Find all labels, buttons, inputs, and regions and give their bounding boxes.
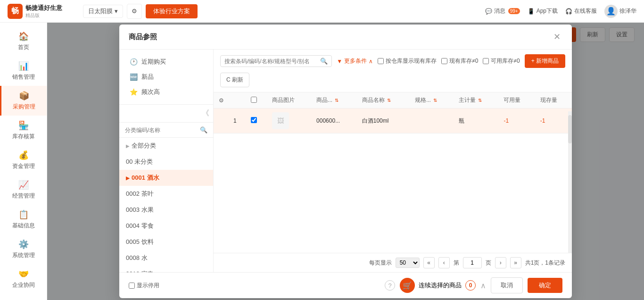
filter-label: 更多条件 [344, 57, 367, 65]
footer-left: 显示停用 [129, 282, 159, 290]
sidebar-item-system[interactable]: ⚙️ 系统管理 [0, 234, 47, 264]
checkbox-available-label: 可用库存≠0 [491, 57, 520, 65]
category-0003[interactable]: 0003 水果 [119, 202, 213, 218]
close-button[interactable]: ✕ [551, 31, 562, 42]
store-select[interactable]: 日太阳膜 ▾ [83, 5, 123, 18]
sidebar-item-enterprise[interactable]: 🤝 企业协同 [0, 264, 47, 294]
th-code[interactable]: 商品... ⇅ [312, 92, 357, 108]
sidebar-label-procurement: 采购管理 [13, 103, 35, 111]
image-placeholder-icon: 🖼 [277, 117, 284, 125]
collapse-panel-button[interactable]: 《 [119, 105, 213, 123]
select-all-checkbox[interactable] [251, 97, 257, 103]
logo-icon: 畅 [8, 4, 23, 19]
category-0001[interactable]: ▶ 0001 酒水 [119, 170, 213, 186]
category-search-area: 🔍 [119, 123, 213, 138]
scrollbar-thumb[interactable] [568, 115, 572, 143]
operations-icon: 📈 [18, 180, 29, 190]
checkbox-stock-input[interactable] [441, 58, 447, 64]
chevron-down-icon: ▾ [115, 8, 118, 15]
page-label: 第 [454, 259, 459, 267]
collapse-footer-button[interactable]: ∧ [480, 281, 486, 290]
main-content: 查询 刷新 设置 商品参照 ✕ 🕐 [47, 23, 644, 300]
category-0004[interactable]: 0004 零食 [119, 218, 213, 234]
sidebar-item-basic-info[interactable]: 📋 基础信息 [0, 205, 47, 234]
top-nav: 畅 畅捷通好生意 精品版 日太阳膜 ▾ ⚙ 体验行业方案 💬 消息 99+ 📱 … [0, 0, 644, 23]
right-panel: 🔍 ▼ 更多条件 ∧ 按仓库显示现有库存 [214, 50, 572, 272]
tab-new-label: 新品 [141, 73, 154, 81]
category-all[interactable]: ▶ 全部分类 [119, 138, 213, 154]
category-0002[interactable]: 0002 茶叶 [119, 186, 213, 202]
checkbox-stock-not-zero[interactable]: 现有库存≠0 [441, 57, 478, 65]
page-size-select[interactable]: 10 20 50 100 [396, 258, 420, 268]
category-0008[interactable]: 0008 水 [119, 250, 213, 266]
app-download-button[interactable]: 📱 App下载 [528, 7, 558, 15]
cell-settings [214, 108, 229, 133]
row-checkbox[interactable] [251, 117, 257, 123]
category-search-icon[interactable]: 🔍 [200, 126, 207, 133]
sidebar-item-guide[interactable]: 📖 新手引导 [0, 294, 47, 300]
tab-new-products[interactable]: 🆕 新品 [125, 69, 207, 84]
sidebar: 🏠 首页 📊 销售管理 📦 采购管理 🏪 库存核算 💰 资金管理 📈 经营管理 … [0, 23, 47, 300]
checkbox-available-not-zero[interactable]: 可用库存≠0 [483, 57, 520, 65]
sidebar-item-home[interactable]: 🏠 首页 [0, 26, 47, 56]
sidebar-item-procurement[interactable]: 📦 采购管理 [0, 86, 47, 116]
th-spec[interactable]: 规格... ⇅ [410, 92, 454, 108]
th-name-label: 商品名称 [362, 97, 385, 103]
tab-recent-purchase[interactable]: 🕐 近期购买 [125, 54, 207, 69]
th-spec-label: 规格... [415, 97, 431, 103]
message-badge: 99+ [508, 8, 520, 14]
th-unit[interactable]: 主计量 ⇅ [454, 92, 499, 108]
table-row[interactable]: 1 🖼 [214, 108, 572, 133]
page-input[interactable] [463, 257, 482, 268]
more-filters-button[interactable]: ▼ 更多条件 ∧ [337, 57, 373, 65]
refresh-product-button[interactable]: C 刷新 [220, 73, 249, 87]
trial-button[interactable]: 体验行业方案 [146, 4, 198, 18]
th-name[interactable]: 商品名称 ⇅ [357, 92, 410, 108]
product-table: ⚙ 商品图片 商品... [214, 92, 572, 133]
category-uncategorized[interactable]: 00 未分类 [119, 154, 213, 170]
total-info: 共1页，1条记录 [525, 259, 565, 267]
checkbox-available-input[interactable] [483, 58, 489, 64]
checkbox-warehouse-stock[interactable]: 按仓库显示现有库存 [378, 57, 437, 65]
category-search-input[interactable] [125, 127, 197, 133]
messages-button[interactable]: 💬 消息 99+ [485, 7, 520, 15]
system-icon: ⚙️ [18, 239, 29, 250]
search-icon[interactable]: 🔍 [320, 58, 328, 65]
next-page-button[interactable]: › [495, 257, 506, 268]
cell-checkbox [246, 108, 268, 133]
th-image: 商品图片 [267, 92, 312, 108]
cell-stock: -1 [536, 108, 572, 133]
tab-frequent[interactable]: ⭐ 频次高 [125, 84, 207, 100]
show-disabled-checkbox[interactable]: 显示停用 [129, 282, 159, 290]
settings-icon[interactable]: ⚙ [127, 4, 142, 19]
scrollbar-track[interactable] [568, 111, 572, 253]
product-search-input[interactable] [224, 58, 317, 65]
sidebar-label-enterprise: 企业协同 [12, 281, 35, 289]
sidebar-item-finance[interactable]: 💰 资金管理 [0, 145, 47, 175]
settings-gear-icon[interactable]: ⚙ [219, 97, 224, 104]
last-page-button[interactable]: » [510, 257, 521, 268]
first-page-button[interactable]: « [423, 257, 435, 268]
category-0005[interactable]: 0005 饮料 [119, 234, 213, 250]
sidebar-item-inventory[interactable]: 🏪 库存核算 [0, 116, 47, 145]
th-seq [229, 92, 246, 108]
cell-available: -1 [499, 108, 535, 133]
prev-page-button[interactable]: ‹ [438, 257, 450, 268]
product-table-wrapper: ⚙ 商品图片 商品... [214, 92, 572, 253]
help-button[interactable]: ? [385, 280, 395, 291]
cart-area[interactable]: 🛒 连续选择的商品 0 [400, 278, 476, 293]
confirm-button[interactable]: 确定 [528, 278, 562, 293]
enterprise-icon: 🤝 [18, 269, 29, 279]
checkbox-warehouse-input[interactable] [378, 58, 384, 64]
cancel-button[interactable]: 取消 [491, 277, 523, 293]
message-icon: 💬 [485, 8, 492, 15]
th-available: 可用量 [499, 92, 535, 108]
add-product-button[interactable]: + 新增商品 [525, 54, 565, 68]
show-disabled-input[interactable] [129, 283, 135, 289]
category-0010[interactable]: 0010 家电 [119, 266, 213, 272]
sidebar-item-sales[interactable]: 📊 销售管理 [0, 56, 47, 86]
online-service-button[interactable]: 🎧 在线客服 [565, 7, 597, 15]
user-menu[interactable]: 👤 徐泽华 [604, 5, 636, 18]
chevron-up-icon: ∧ [369, 58, 373, 65]
sidebar-item-operations[interactable]: 📈 经营管理 [0, 175, 47, 205]
